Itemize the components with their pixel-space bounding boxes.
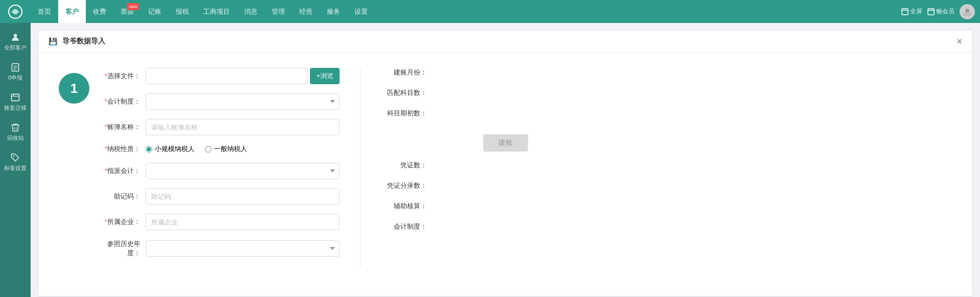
voucher-entries-label: 凭证分录数： [381,181,427,190]
company-label: *所属企业： [100,217,140,227]
nav-item-settings[interactable]: 设置 [347,0,375,23]
match-subjects-row: 匹配科目数： [381,88,952,97]
logo [5,2,26,22]
accounting-system-label: 会计制度： [381,222,427,231]
tax-radio-small[interactable]: 小规模纳税人 [146,144,195,154]
build-button-container: 建账 [432,129,952,152]
nav-item-services[interactable]: 服务 [320,0,347,23]
svg-rect-2 [928,9,934,15]
sidebar-item-account-migration[interactable]: 账套迁移 [0,88,31,116]
tax-type-label: *纳税性质： [100,144,140,154]
voucher-count-row: 凭证数： [381,161,952,170]
nav-item-messages[interactable]: 消息 [237,0,265,23]
file-label: *选择文件： [100,71,140,81]
file-input[interactable] [146,68,307,84]
form-section: 1 *选择文件： +浏览 [59,68,340,267]
form-fields: *选择文件： +浏览 *会计制度： [100,68,340,267]
accounting-select[interactable] [146,93,340,110]
nav-item-business[interactable]: 工商项目 [196,0,237,23]
content-area: 💾 导爷数据导入 × 1 *选择文件： [31,23,980,297]
svg-point-14 [13,155,14,157]
nav-item-billing[interactable]: 收费 [86,0,113,23]
sidebar-item-recycle-bin[interactable]: 回收站 [0,118,31,146]
new-badge: new [127,3,139,10]
memo-label: 助记码： [100,192,140,201]
period-initial-label: 科目期初数： [381,109,427,118]
build-month-row: 建账月份： [381,68,952,77]
accounting-row: *会计制度： [100,93,340,110]
svg-rect-9 [12,94,19,101]
year-label: 参照历史年度： [100,239,140,258]
accounting-label: *会计制度： [100,97,140,106]
sidebar: 全部客户 0申报 账套迁移 回收站 [0,23,31,297]
tax-radio-general[interactable]: 一般纳税人 [205,144,247,154]
voucher-count-label: 凭证数： [381,161,427,170]
vip-button[interactable]: 畅会员 [927,7,954,16]
user-avatar[interactable] [960,4,975,19]
company-input[interactable] [146,214,340,230]
year-row: 参照历史年度： [100,239,340,258]
nav-item-bookkeeping[interactable]: 记账 [141,0,169,23]
file-row: *选择文件： +浏览 [100,68,340,84]
match-subjects-label: 匹配科目数： [381,88,427,97]
dialog-title-area: 💾 导爷数据导入 [49,37,105,46]
memo-row: 助记码： [100,188,340,205]
company-row: *所属企业： [100,214,340,230]
voucher-entries-row: 凭证分录数： [381,181,952,190]
fullscreen-button[interactable]: 全屏 [901,7,922,16]
dialog-wrapper: 💾 导爷数据导入 × 1 *选择文件： [38,31,972,296]
file-input-area: +浏览 [146,68,340,84]
period-initial-row: 科目期初数： [381,109,952,118]
svg-point-4 [14,34,17,37]
nav-item-management[interactable]: 管理 [265,0,292,23]
info-section: 建账月份： 匹配科目数： 科目期初数： 建账 [381,68,952,267]
accountant-label: *指派会计： [100,166,140,176]
dialog-title: 导爷数据导入 [62,37,105,46]
memo-input[interactable] [146,188,340,205]
accountant-row: *指派会计： [100,163,340,179]
year-select[interactable] [146,240,340,257]
import-icon: 💾 [49,37,57,45]
nav-item-tax[interactable]: 报税 [169,0,196,23]
dialog-header: 💾 导爷数据导入 × [38,31,972,53]
accounting-system-row: 会计制度： [381,222,952,231]
form-with-step: 1 *选择文件： +浏览 [59,68,340,267]
auxiliary-row: 辅助核算： [381,202,952,211]
sidebar-item-all-customers[interactable]: 全部客户 [0,28,31,56]
tax-radio-group: 小规模纳税人 一般纳税人 [146,144,340,154]
accountant-select[interactable] [146,163,340,179]
build-account-button[interactable]: 建账 [483,134,528,152]
top-navigation: 首页 客户 收费 票据 new 记账 报税 工商项目 消息 管理 经营 服务 设… [0,0,980,23]
svg-rect-1 [902,9,908,15]
section-divider [360,68,361,267]
nav-item-operations[interactable]: 经营 [292,0,320,23]
sidebar-item-zero-report[interactable]: 0申报 [0,58,31,86]
nav-item-home[interactable]: 首页 [31,0,58,23]
ledger-name-row: *账簿名称： [100,119,340,135]
ledger-name-input[interactable] [146,119,340,135]
sidebar-item-tag-settings[interactable]: 标签设置 [0,148,31,176]
browse-button[interactable]: +浏览 [310,68,340,84]
svg-point-3 [965,9,969,13]
dialog-body: 1 *选择文件： +浏览 [38,53,972,282]
nav-right-area: 全屏 畅会员 [901,4,975,19]
ledger-name-label: *账簿名称： [100,122,140,132]
dialog-close-button[interactable]: × [957,37,962,46]
build-month-label: 建账月份： [381,68,427,77]
nav-item-customers[interactable]: 客户 [58,0,86,23]
step-badge: 1 [59,73,89,104]
nav-item-invoice[interactable]: 票据 new [113,0,141,23]
auxiliary-label: 辅助核算： [381,202,427,211]
tax-type-row: *纳税性质： 小规模纳税人 一般纳税人 [100,144,340,154]
main-layout: 全部客户 0申报 账套迁移 回收站 [0,23,980,297]
svg-rect-5 [12,64,18,71]
